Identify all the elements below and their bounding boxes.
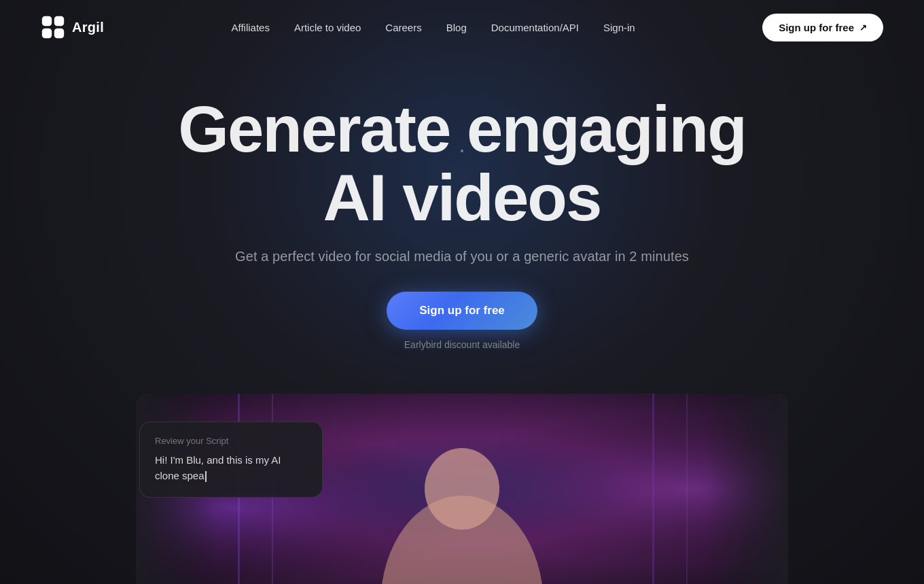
- nav-signup-button[interactable]: Sign up for free ↗: [762, 14, 883, 41]
- hero-title-line2: AI videos: [323, 161, 601, 234]
- script-review-card: Review your Script Hi! I'm Blu, and this…: [139, 422, 323, 498]
- earlybird-text: Earlybird discount available: [404, 339, 520, 350]
- video-edge-right: [707, 394, 788, 584]
- nav-signup-label: Sign up for free: [779, 22, 854, 33]
- nav-sign-in[interactable]: Sign-in: [603, 22, 635, 33]
- svg-rect-9: [652, 394, 654, 584]
- logo-icon: [41, 15, 65, 39]
- page-wrapper: Argil Affiliates Article to video Career…: [0, 0, 924, 584]
- hero-subtitle: Get a perfect video for social media of …: [0, 249, 924, 264]
- brand-name: Argil: [72, 20, 104, 35]
- svg-rect-10: [686, 394, 688, 584]
- hero-section: Generate engaging AI videos Get a perfec…: [0, 54, 924, 350]
- svg-point-12: [425, 448, 499, 530]
- script-card-title: Review your Script: [155, 436, 307, 446]
- logo-link[interactable]: Argil: [41, 15, 104, 39]
- hero-signup-button[interactable]: Sign up for free: [387, 292, 537, 330]
- nav-blog[interactable]: Blog: [446, 22, 467, 33]
- nav-article-to-video[interactable]: Article to video: [294, 22, 361, 33]
- script-card-body: Hi! I'm Blu, and this is my AI clone spe…: [155, 453, 307, 483]
- text-cursor: [205, 471, 207, 482]
- svg-rect-1: [54, 16, 64, 26]
- nav-affiliates[interactable]: Affiliates: [232, 22, 270, 33]
- svg-rect-0: [42, 16, 52, 26]
- svg-rect-2: [42, 29, 52, 38]
- arrow-icon: ↗: [859, 22, 867, 33]
- nav-documentation-api[interactable]: Documentation/API: [491, 22, 579, 33]
- svg-rect-3: [54, 29, 64, 38]
- nav-careers[interactable]: Careers: [385, 22, 421, 33]
- hero-title: Generate engaging AI videos: [0, 95, 924, 233]
- hero-title-line1: Generate engaging: [178, 92, 746, 165]
- nav-links: Affiliates Article to video Careers Blog…: [232, 22, 635, 33]
- hero-cta-wrapper: Sign up for free Earlybird discount avai…: [0, 292, 924, 350]
- navigation: Argil Affiliates Article to video Career…: [0, 0, 924, 54]
